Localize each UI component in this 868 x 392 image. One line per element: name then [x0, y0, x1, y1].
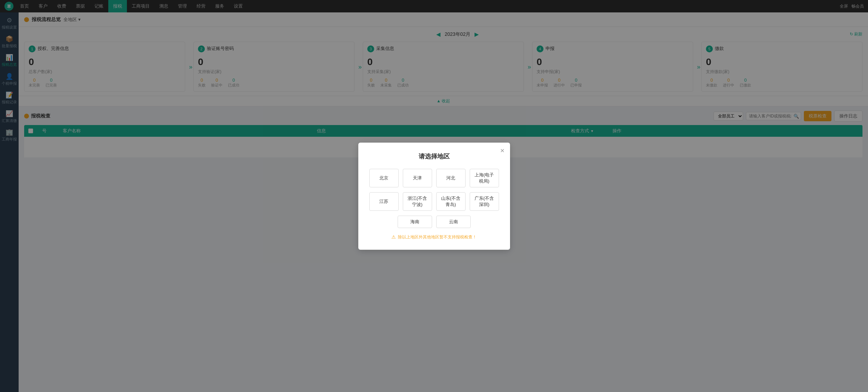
region-grid-row2: 江苏 浙江(不含宁波) 山东(不含青岛) 广东(不含深圳) [369, 192, 499, 211]
region-zhejiang[interactable]: 浙江(不含宁波) [403, 192, 432, 211]
modal-title: 请选择地区 [369, 152, 499, 161]
region-hainan[interactable]: 海南 [398, 216, 432, 228]
modal-close-btn[interactable]: ✕ [500, 147, 505, 154]
modal-overlay[interactable]: ✕ 请选择地区 北京 天津 河北 上海(电子税局) 江苏 浙江(不含宁波) 山东… [0, 0, 868, 392]
warning-icon: ⚠ [391, 234, 396, 240]
region-tianjin[interactable]: 天津 [403, 169, 432, 187]
region-guangdong[interactable]: 广东(不含深圳) [470, 192, 499, 211]
region-grid-row3: 海南 云南 [369, 216, 499, 228]
modal-warning: ⚠ 除以上地区外其他地区暂不支持报税检查！ [369, 234, 499, 240]
region-shanghai[interactable]: 上海(电子税局) [470, 169, 499, 187]
region-beijing[interactable]: 北京 [369, 169, 399, 187]
region-hebei[interactable]: 河北 [436, 169, 466, 187]
region-jiangsu[interactable]: 江苏 [369, 192, 399, 211]
region-yunnan[interactable]: 云南 [436, 216, 471, 228]
warning-text: 除以上地区外其他地区暂不支持报税检查！ [398, 234, 477, 240]
region-grid-row1: 北京 天津 河北 上海(电子税局) [369, 169, 499, 187]
region-select-modal: ✕ 请选择地区 北京 天津 河北 上海(电子税局) 江苏 浙江(不含宁波) 山东… [358, 143, 510, 250]
region-shandong[interactable]: 山东(不含青岛) [436, 192, 466, 211]
